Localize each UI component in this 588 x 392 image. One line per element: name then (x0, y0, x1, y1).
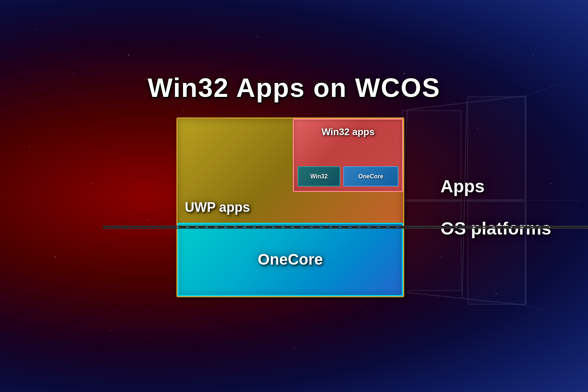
onecore-label: OneCore (258, 251, 323, 268)
diagram-container: Win32 apps Win32 OneCore UWP apps OneCor… (176, 117, 412, 297)
win32-apps-title: Win32 apps (294, 123, 402, 141)
win32-sub-box: Win32 (298, 166, 340, 186)
divider-line (103, 226, 588, 229)
onecore-box: OneCore (178, 223, 403, 296)
page-title: Win32 Apps on WCOS (148, 73, 441, 103)
architecture-diagram: Win32 apps Win32 OneCore UWP apps OneCor… (176, 117, 412, 297)
main-content: Win32 Apps on WCOS Win32 apps Win32 OneC… (0, 0, 588, 392)
onecore-sub-box: OneCore (343, 166, 398, 186)
outer-box: Win32 apps Win32 OneCore UWP apps OneCor… (176, 117, 404, 297)
win32-section: Win32 apps Win32 OneCore (293, 119, 403, 192)
sub-boxes-container: Win32 OneCore (298, 166, 398, 186)
uwp-apps-label: UWP apps (185, 200, 250, 215)
apps-label: Apps (441, 176, 551, 196)
right-labels: Apps OS platforms (441, 176, 551, 239)
